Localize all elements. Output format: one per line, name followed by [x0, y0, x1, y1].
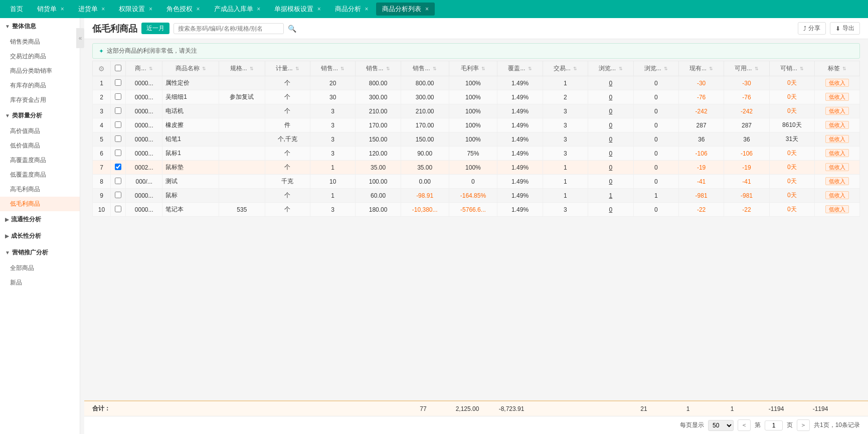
sidebar-group-overview[interactable]: ▼ 整体信息 [0, 18, 80, 35]
col-tag[interactable]: 标签 ⇅ [815, 61, 860, 76]
close-icon[interactable]: × [61, 6, 64, 13]
row-checkbox[interactable] [111, 175, 126, 189]
row-check-input[interactable] [115, 178, 121, 184]
nav-item-role[interactable]: 角色授权 × [160, 3, 206, 16]
col-view2[interactable]: 浏览... ⇅ [633, 61, 678, 76]
sidebar-item-high-gross[interactable]: 高毛利商品 [0, 182, 80, 197]
row-name[interactable]: 铅笔1 [162, 132, 219, 147]
close-icon[interactable]: × [425, 6, 429, 13]
col-spec[interactable]: 规格... ⇅ [219, 61, 265, 76]
next-page-button[interactable]: ＞ [797, 419, 810, 431]
sidebar-item-sales-goods[interactable]: 销售类商品 [0, 35, 80, 49]
col-trade-count[interactable]: 交易... ⇅ [543, 61, 588, 76]
col-coverage[interactable]: 覆盖... ⇅ [497, 61, 543, 76]
row-check-input[interactable] [115, 206, 121, 212]
select-all-checkbox[interactable] [115, 65, 121, 71]
row-checkbox[interactable] [111, 76, 126, 90]
nav-item-sales[interactable]: 销货单 × [31, 3, 70, 16]
nav-item-product-entry[interactable]: 产成品入库单 × [208, 3, 267, 16]
export-button[interactable]: ⬇ 导出 [830, 22, 860, 35]
sidebar-item-low-coverage[interactable]: 低覆盖度商品 [0, 168, 80, 182]
row-view1[interactable]: 0 [588, 203, 633, 217]
row-check-input[interactable] [115, 164, 121, 170]
prev-page-button[interactable]: ＜ [738, 419, 751, 431]
row-view1[interactable]: 0 [588, 161, 633, 175]
sidebar-item-high-value[interactable]: 高价值商品 [0, 124, 80, 138]
nav-item-home[interactable]: 首页 [4, 3, 29, 16]
col-sales-amount[interactable]: 销售... ⇅ [401, 61, 449, 76]
row-view1[interactable]: 0 [588, 90, 633, 104]
col-checkbox[interactable] [111, 61, 126, 76]
row-checkbox[interactable] [111, 132, 126, 147]
sidebar-group-flow[interactable]: ▶ 流通性分析 [0, 211, 80, 228]
close-icon[interactable]: × [257, 6, 260, 13]
row-name[interactable]: 鼠标 [162, 189, 219, 203]
row-view1[interactable]: 0 [588, 76, 633, 90]
nav-item-permission[interactable]: 权限设置 × [113, 3, 158, 16]
row-check-input[interactable] [115, 135, 121, 142]
nav-item-template[interactable]: 单据模板设置 × [268, 3, 327, 16]
table-container[interactable]: ⚙ 商... ⇅ 商品名称 ⇅ 规格... ⇅ 计量... ⇅ 销售... ⇅ … [92, 61, 860, 400]
close-icon[interactable]: × [365, 6, 368, 13]
row-name[interactable]: 吴细细1 [162, 90, 219, 104]
close-icon[interactable]: × [101, 6, 105, 13]
row-name[interactable]: 测试 [162, 175, 219, 189]
close-icon[interactable]: × [317, 6, 321, 13]
row-name[interactable]: 鼠标1 [162, 147, 219, 161]
row-checkbox[interactable] [111, 147, 126, 161]
col-saleable-days[interactable]: 可销... ⇅ [769, 61, 814, 76]
time-filter-button[interactable]: 近一月 [141, 23, 169, 34]
sidebar-group-growth[interactable]: ▶ 成长性分析 [0, 228, 80, 244]
nav-item-goods-analysis[interactable]: 商品分析 × [329, 3, 375, 16]
close-icon[interactable]: × [149, 6, 152, 13]
row-check-input[interactable] [115, 93, 121, 100]
col-unit[interactable]: 计量... ⇅ [265, 61, 310, 76]
sidebar-item-stocked-goods[interactable]: 有库存的商品 [0, 78, 80, 93]
row-checkbox[interactable] [111, 118, 126, 132]
sidebar-item-low-gross[interactable]: 低毛利商品 [0, 197, 80, 211]
col-available-stock[interactable]: 可用... ⇅ [724, 61, 769, 76]
search-input[interactable] [173, 23, 284, 34]
row-checkbox[interactable] [111, 189, 126, 203]
col-sales-count[interactable]: 销售... ⇅ [310, 61, 355, 76]
sidebar-item-high-coverage[interactable]: 高覆盖度商品 [0, 153, 80, 168]
row-view1[interactable]: 0 [588, 118, 633, 132]
page-size-select[interactable]: 50 20 100 [708, 420, 734, 431]
row-name[interactable]: 属性定价 [162, 76, 219, 90]
col-sales-price[interactable]: 销售... ⇅ [356, 61, 401, 76]
row-name[interactable]: 鼠标垫 [162, 161, 219, 175]
sidebar-group-marketing[interactable]: ▼ 营销推广分析 [0, 244, 80, 261]
col-code[interactable]: 商... ⇅ [126, 61, 162, 76]
sidebar-item-low-value[interactable]: 低价值商品 [0, 138, 80, 153]
row-check-input[interactable] [115, 150, 121, 156]
sidebar-item-traded-goods[interactable]: 交易过的商品 [0, 49, 80, 64]
sidebar-item-category-rate[interactable]: 商品分类助销率 [0, 64, 80, 78]
row-view1[interactable]: 0 [588, 104, 633, 118]
search-button[interactable]: 🔍 [288, 25, 296, 33]
nav-item-purchase[interactable]: 进货单 × [72, 3, 111, 16]
sidebar-item-new-goods[interactable]: 新品 [0, 275, 80, 290]
nav-item-goods-analysis-list[interactable]: 商品分析列表 × [376, 3, 435, 16]
row-check-input[interactable] [115, 107, 121, 114]
page-number-input[interactable] [765, 420, 783, 430]
row-view1[interactable]: 0 [588, 147, 633, 161]
row-view1[interactable]: 1 [588, 189, 633, 203]
close-icon[interactable]: × [197, 6, 200, 13]
row-view1[interactable]: 0 [588, 132, 633, 147]
row-name[interactable]: 电话机 [162, 104, 219, 118]
sidebar-item-capital[interactable]: 库存资金占用 [0, 93, 80, 107]
col-name[interactable]: 商品名称 ⇅ [162, 61, 219, 76]
col-gross-rate[interactable]: 毛利率 ⇅ [449, 61, 497, 76]
row-name[interactable]: 橡皮擦 [162, 118, 219, 132]
col-settings[interactable]: ⚙ [93, 61, 111, 76]
share-button[interactable]: ⤴ 分享 [798, 22, 826, 35]
row-check-input[interactable] [115, 79, 121, 86]
sidebar-item-all-goods[interactable]: 全部商品 [0, 261, 80, 275]
sidebar-collapse-button[interactable]: « [76, 28, 84, 48]
row-view1[interactable]: 0 [588, 175, 633, 189]
row-checkbox[interactable] [111, 161, 126, 175]
col-view1[interactable]: 浏览... ⇅ [588, 61, 633, 76]
row-checkbox[interactable] [111, 90, 126, 104]
row-check-input[interactable] [115, 192, 121, 198]
row-checkbox[interactable] [111, 104, 126, 118]
